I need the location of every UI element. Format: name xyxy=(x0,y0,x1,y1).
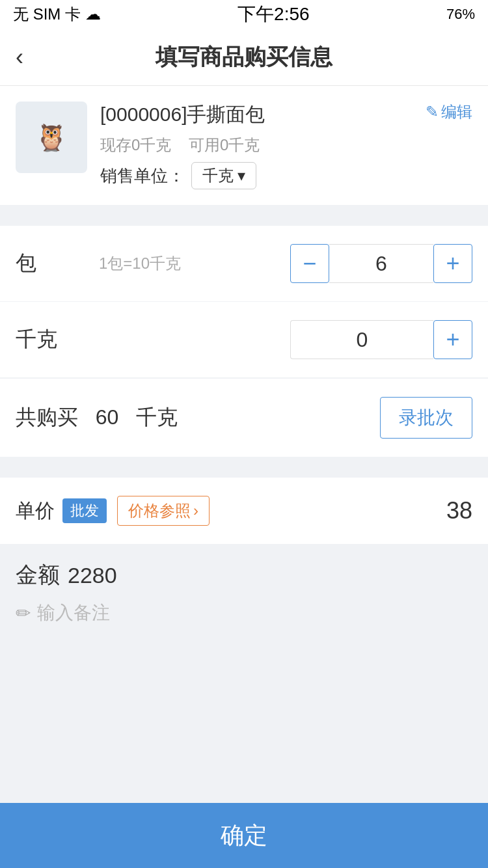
price-ref-button[interactable]: 价格参照 › xyxy=(117,496,210,526)
edit-icon: ✎ xyxy=(426,103,439,121)
edit-button[interactable]: ✎ 编辑 xyxy=(426,102,472,122)
pack-plus-button[interactable]: + xyxy=(433,244,472,283)
total-space2 xyxy=(124,405,130,429)
price-value: 38 xyxy=(446,497,472,524)
kg-plus-button[interactable]: + xyxy=(433,320,472,359)
kg-label: 千克 xyxy=(16,325,94,354)
sim-status: 无 SIM 卡 ☁ xyxy=(13,4,101,25)
price-ref-arrow-icon: › xyxy=(193,502,198,520)
total-prefix: 共购买 xyxy=(16,405,78,429)
status-time: 下午2:56 xyxy=(237,2,310,27)
section-divider-2 xyxy=(0,457,488,467)
edit-label: 编辑 xyxy=(441,102,472,122)
product-thumbnail-icon: 🦉 xyxy=(35,122,68,153)
unit-dropdown-icon: ▾ xyxy=(237,167,245,185)
pack-input-section: 包 1包=10千克 − + 千克 + xyxy=(0,226,488,378)
pack-input-row: 包 1包=10千克 − + xyxy=(0,226,488,302)
product-name: [0000006]手撕面包 xyxy=(100,102,472,128)
total-amount: 60 xyxy=(96,405,119,429)
pack-label: 包 xyxy=(16,249,94,278)
price-ref-label: 价格参照 xyxy=(128,500,191,521)
product-stock: 现存0千克 可用0千克 xyxy=(100,135,472,156)
page-title: 填写商品购买信息 xyxy=(156,42,332,72)
status-bar: 无 SIM 卡 ☁ 下午2:56 76% xyxy=(0,0,488,29)
stock-separator xyxy=(176,136,184,154)
amount-label: 金额 xyxy=(16,560,60,590)
kg-input-row: 千克 + xyxy=(0,302,488,378)
section-divider-1 xyxy=(0,215,488,226)
product-info: [0000006]手撕面包 现存0千克 可用0千克 销售单位： 千克 ▾ xyxy=(100,102,472,189)
product-card: 🦉 [0000006]手撕面包 现存0千克 可用0千克 销售单位： 千克 ▾ ✎… xyxy=(0,86,488,205)
product-image: 🦉 xyxy=(16,102,87,173)
unit-label: 销售单位： xyxy=(100,165,185,187)
pack-minus-button[interactable]: − xyxy=(290,244,329,283)
battery-status: 76% xyxy=(446,6,475,23)
total-space xyxy=(84,405,90,429)
total-label: 共购买 60 千克 xyxy=(16,403,178,432)
pack-controls: − + xyxy=(290,244,472,283)
stock-current: 现存0千克 xyxy=(100,136,171,154)
nav-bar: ‹ 填写商品购买信息 xyxy=(0,29,488,86)
amount-value: 2280 xyxy=(68,563,117,588)
unit-select[interactable]: 千克 ▾ xyxy=(191,162,256,189)
price-badge: 批发 xyxy=(62,498,107,523)
back-button[interactable]: ‹ xyxy=(16,44,23,71)
pack-quantity-input[interactable] xyxy=(329,244,433,283)
remark-row[interactable]: ✏ 输入备注 xyxy=(16,601,472,641)
pack-sub-label: 1包=10千克 xyxy=(99,253,181,274)
price-label: 单价 xyxy=(16,498,55,524)
status-right: 76% xyxy=(446,6,475,23)
unit-value: 千克 xyxy=(202,165,234,186)
price-section: 单价 批发 价格参照 › 38 xyxy=(0,478,488,545)
amount-row: 金额 2280 xyxy=(16,560,472,590)
total-unit: 千克 xyxy=(136,405,178,429)
confirm-button[interactable]: 确定 xyxy=(0,803,488,868)
kg-quantity-input[interactable] xyxy=(290,320,433,359)
price-row: 单价 批发 价格参照 › 38 xyxy=(0,478,488,545)
status-left: 无 SIM 卡 ☁ xyxy=(13,4,101,25)
total-row: 共购买 60 千克 录批次 xyxy=(0,378,488,457)
remark-text: 输入备注 xyxy=(37,601,110,625)
kg-controls: + xyxy=(290,320,472,359)
stock-available: 可用0千克 xyxy=(189,136,260,154)
batch-button[interactable]: 录批次 xyxy=(380,397,472,439)
product-unit-row: 销售单位： 千克 ▾ xyxy=(100,162,472,189)
remark-icon: ✏ xyxy=(16,603,31,624)
amount-section: 金额 2280 ✏ 输入备注 xyxy=(0,545,488,641)
